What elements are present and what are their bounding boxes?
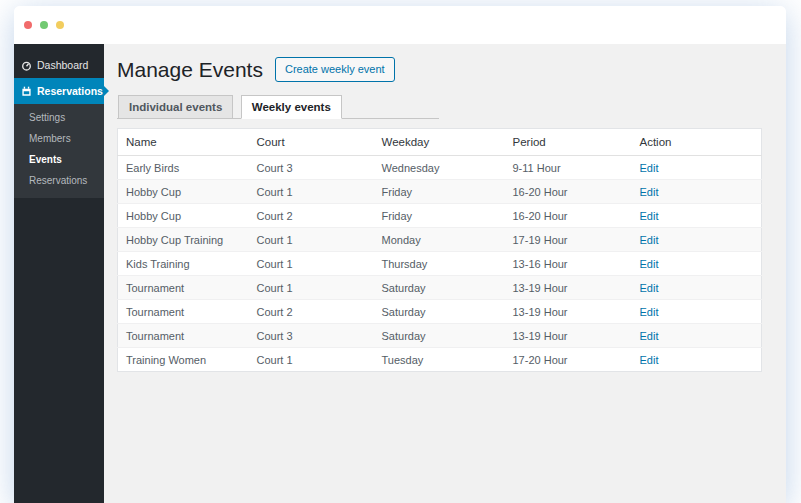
create-weekly-event-button[interactable]: Create weekly event (275, 57, 395, 82)
main-content: Manage Events Create weekly event Indivi… (104, 44, 786, 503)
table-row: Hobby CupCourt 1Friday16-20 HourEdit (118, 180, 762, 204)
cell-weekday: Monday (374, 228, 505, 252)
cell-action: Edit (632, 348, 762, 372)
edit-link[interactable]: Edit (640, 306, 659, 318)
window-minimize-dot[interactable] (40, 21, 48, 29)
column-header-name: Name (118, 129, 249, 156)
dashboard-icon (21, 60, 32, 71)
submenu-item-label: Events (29, 154, 62, 165)
cell-period: 13-19 Hour (505, 324, 632, 348)
cell-weekday: Saturday (374, 276, 505, 300)
window-close-dot[interactable] (24, 21, 32, 29)
sidebar-item-label: Dashboard (37, 59, 88, 71)
edit-link[interactable]: Edit (640, 234, 659, 246)
cell-court: Court 3 (249, 156, 374, 180)
cell-action: Edit (632, 228, 762, 252)
cell-period: 16-20 Hour (505, 180, 632, 204)
table-row: TournamentCourt 1Saturday13-19 HourEdit (118, 276, 762, 300)
edit-link[interactable]: Edit (640, 162, 659, 174)
events-table-header: Name Court Weekday Period Action (118, 129, 762, 156)
reservations-submenu: Settings Members Events Reservations (14, 104, 104, 198)
cell-court: Court 2 (249, 204, 374, 228)
submenu-item-label: Settings (29, 112, 65, 123)
cell-court: Court 1 (249, 276, 374, 300)
cell-name: Hobby Cup Training (118, 228, 249, 252)
submenu-item-label: Members (29, 133, 71, 144)
cell-court: Court 1 (249, 228, 374, 252)
cell-action: Edit (632, 276, 762, 300)
submenu-item-events[interactable]: Events (14, 149, 104, 170)
cell-name: Tournament (118, 300, 249, 324)
edit-link[interactable]: Edit (640, 330, 659, 342)
cell-court: Court 2 (249, 300, 374, 324)
cell-weekday: Wednesday (374, 156, 505, 180)
cell-name: Hobby Cup (118, 204, 249, 228)
cell-action: Edit (632, 324, 762, 348)
cell-period: 16-20 Hour (505, 204, 632, 228)
page-header: Manage Events Create weekly event (117, 57, 758, 82)
cell-court: Court 3 (249, 324, 374, 348)
table-row: Early BirdsCourt 3Wednesday9-11 HourEdit (118, 156, 762, 180)
cell-period: 13-16 Hour (505, 252, 632, 276)
cell-name: Training Women (118, 348, 249, 372)
cell-period: 9-11 Hour (505, 156, 632, 180)
table-row: TournamentCourt 2Saturday13-19 HourEdit (118, 300, 762, 324)
submenu-item-label: Reservations (29, 175, 87, 186)
cell-period: 13-19 Hour (505, 300, 632, 324)
cell-weekday: Friday (374, 180, 505, 204)
cell-action: Edit (632, 180, 762, 204)
tab-bar: Individual events Weekly events (117, 95, 439, 119)
browser-mockup-window: Dashboard Reservations Settings Memb (14, 6, 786, 503)
edit-link[interactable]: Edit (640, 354, 659, 366)
cell-name: Tournament (118, 276, 249, 300)
table-row: Kids TrainingCourt 1Thursday13-16 HourEd… (118, 252, 762, 276)
window-maximize-dot[interactable] (56, 21, 64, 29)
events-table-body: Early BirdsCourt 3Wednesday9-11 HourEdit… (118, 156, 762, 372)
events-table: Name Court Weekday Period Action Early B… (117, 128, 762, 372)
cell-period: 17-19 Hour (505, 228, 632, 252)
tab-weekly-events[interactable]: Weekly events (241, 95, 342, 119)
calendar-icon (21, 86, 32, 97)
sidebar-item-dashboard[interactable]: Dashboard (14, 52, 104, 78)
column-header-period: Period (505, 129, 632, 156)
edit-link[interactable]: Edit (640, 258, 659, 270)
table-row: Training WomenCourt 1Tuesday17-20 HourEd… (118, 348, 762, 372)
cell-name: Hobby Cup (118, 180, 249, 204)
cell-weekday: Saturday (374, 324, 505, 348)
cell-court: Court 1 (249, 348, 374, 372)
cell-name: Tournament (118, 324, 249, 348)
cell-action: Edit (632, 300, 762, 324)
cell-action: Edit (632, 204, 762, 228)
submenu-item-settings[interactable]: Settings (14, 107, 104, 128)
table-row: Hobby CupCourt 2Friday16-20 HourEdit (118, 204, 762, 228)
cell-weekday: Saturday (374, 300, 505, 324)
cell-name: Kids Training (118, 252, 249, 276)
cell-name: Early Birds (118, 156, 249, 180)
cell-court: Court 1 (249, 180, 374, 204)
page-title: Manage Events (117, 57, 263, 82)
cell-weekday: Thursday (374, 252, 505, 276)
admin-sidebar: Dashboard Reservations Settings Memb (14, 44, 104, 503)
admin-app: Dashboard Reservations Settings Memb (14, 44, 786, 503)
edit-link[interactable]: Edit (640, 186, 659, 198)
table-row: Hobby Cup TrainingCourt 1Monday17-19 Hou… (118, 228, 762, 252)
column-header-weekday: Weekday (374, 129, 505, 156)
sidebar-item-label: Reservations (37, 85, 103, 97)
edit-link[interactable]: Edit (640, 282, 659, 294)
cell-weekday: Tuesday (374, 348, 505, 372)
submenu-item-reservations[interactable]: Reservations (14, 170, 104, 191)
cell-court: Court 1 (249, 252, 374, 276)
cell-action: Edit (632, 252, 762, 276)
header-row: Name Court Weekday Period Action (118, 129, 762, 156)
cell-weekday: Friday (374, 204, 505, 228)
table-row: TournamentCourt 3Saturday13-19 HourEdit (118, 324, 762, 348)
tab-individual-events[interactable]: Individual events (118, 95, 233, 118)
submenu-item-members[interactable]: Members (14, 128, 104, 149)
edit-link[interactable]: Edit (640, 210, 659, 222)
cell-action: Edit (632, 156, 762, 180)
sidebar-item-reservations[interactable]: Reservations (14, 78, 104, 104)
cell-period: 17-20 Hour (505, 348, 632, 372)
window-titlebar (14, 6, 786, 44)
column-header-action: Action (632, 129, 762, 156)
column-header-court: Court (249, 129, 374, 156)
